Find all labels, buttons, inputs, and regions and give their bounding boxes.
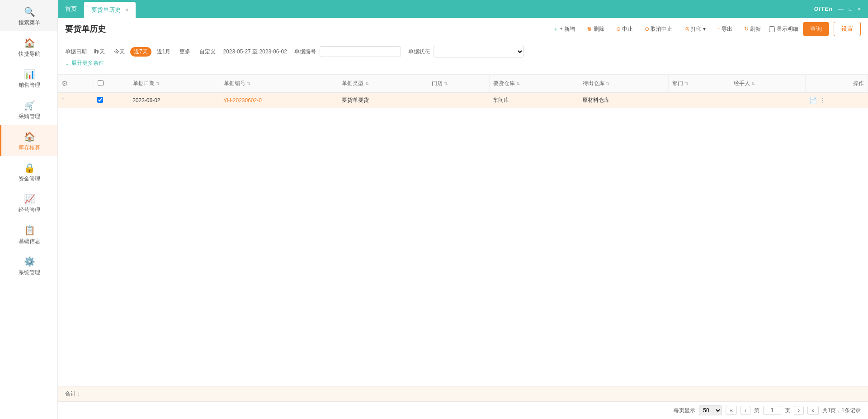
chip-today[interactable]: 今天: [110, 47, 128, 57]
page-title: 要货单历史: [65, 24, 106, 34]
sidebar-item-sales-mgmt[interactable]: 📊 销售管理: [0, 62, 57, 94]
chevron-down-icon: ⌄: [65, 60, 70, 67]
sidebar-item-purchase-mgmt[interactable]: 🛒 采购管理: [0, 94, 57, 125]
page-content: 要货单历史 ＋ + 新增 🗑 删除 ⊖ 中止 ⊙ 取消中止: [58, 18, 868, 419]
tab-home[interactable]: 首页: [58, 0, 84, 18]
last-page-button[interactable]: »: [807, 406, 819, 415]
print-button[interactable]: 🖨 打印 ▾: [680, 24, 709, 35]
display-detail-checkbox[interactable]: [769, 26, 775, 32]
col-checkbox[interactable]: [94, 75, 129, 93]
col-doc-no[interactable]: 单据编号 ⇅: [220, 75, 338, 93]
row-pending-warehouse: 原材料仓库: [579, 93, 668, 108]
select-all-checkbox[interactable]: [98, 80, 104, 86]
chip-custom[interactable]: 自定义: [196, 47, 219, 57]
docno-filter-label: 单据编号: [294, 48, 316, 56]
tab-close-icon[interactable]: ×: [125, 7, 128, 13]
table-footer: 合计：: [58, 386, 868, 401]
status-filter-label: 单据状态: [408, 48, 430, 56]
topbar-close-icon[interactable]: ×: [858, 6, 861, 12]
refresh-button[interactable]: ↻ 刷新: [741, 24, 764, 35]
col-req-warehouse[interactable]: 要货仓库 ⇅: [489, 75, 579, 93]
total-info: 共1页，1条记录: [822, 407, 861, 414]
display-detail-toggle[interactable]: 显示明细: [769, 25, 798, 33]
delete-button[interactable]: 🗑 删除: [583, 24, 608, 35]
chip-1month[interactable]: 近1月: [153, 47, 175, 57]
table-settings-icon[interactable]: ⚙: [61, 80, 68, 87]
col-store[interactable]: 门店 ⇅: [428, 75, 489, 93]
sidebar-item-finance-mgmt[interactable]: 🔒 资金管理: [0, 156, 57, 187]
sidebar-item-label: 系统管理: [19, 269, 40, 276]
delete-icon: 🗑: [587, 26, 592, 32]
expand-more-btn[interactable]: ⌄ 展开更多条件: [65, 57, 861, 69]
inventory-icon: 🏠: [24, 131, 35, 142]
more-icon[interactable]: ⋮: [820, 97, 826, 104]
sort-icon-department: ⇅: [685, 81, 689, 86]
col-store-label: 门店: [432, 80, 443, 86]
next-page-button[interactable]: ›: [794, 406, 804, 415]
topbar-right: OfTEn — □ ×: [814, 6, 868, 12]
sidebar-item-sys-mgmt[interactable]: ⚙️ 系统管理: [0, 250, 57, 281]
sort-icon-doc-date: ⇅: [156, 81, 160, 86]
row-num: 1: [58, 93, 94, 108]
sidebar-item-label: 资金管理: [19, 175, 40, 183]
docno-input[interactable]: [320, 46, 401, 57]
edit-icon[interactable]: 📄: [809, 97, 817, 104]
col-doc-no-label: 单据编号: [224, 80, 245, 86]
sidebar-item-basic-info[interactable]: 📋 基础信息: [0, 219, 57, 250]
filter-docno-item: 单据编号: [294, 46, 401, 57]
col-doc-type[interactable]: 单据类型 ⇅: [338, 75, 428, 93]
sidebar-item-inventory[interactable]: 🏠 库存核算: [0, 125, 57, 156]
export-button[interactable]: ↑ 导出: [714, 24, 736, 35]
doc-no-link[interactable]: YH-20230602-0: [223, 97, 262, 104]
print-dropdown-icon: ▾: [703, 26, 706, 32]
prev-page-button[interactable]: ‹: [741, 406, 750, 415]
sidebar-item-label: 采购管理: [19, 113, 40, 120]
chip-more[interactable]: 更多: [176, 47, 194, 57]
export-icon: ↑: [717, 26, 720, 32]
new-button[interactable]: ＋ + 新增: [549, 24, 579, 35]
topbar-maximize-icon[interactable]: □: [849, 6, 852, 12]
table-row: 1 2023-06-02 YH-20230602-0 要货单要货 车间库 原材料…: [58, 93, 868, 108]
row-doc-no[interactable]: YH-20230602-0: [220, 93, 338, 108]
cancel-stop-button[interactable]: ⊙ 取消中止: [641, 24, 676, 35]
query-button[interactable]: 查询: [803, 22, 829, 36]
chip-yesterday[interactable]: 昨天: [90, 47, 108, 57]
row-checkbox[interactable]: [97, 97, 103, 103]
row-doc-date: 2023-06-02: [129, 93, 220, 108]
page-input[interactable]: [763, 406, 781, 415]
basic-info-icon: 📋: [24, 225, 35, 236]
sidebar-item-label: 库存核算: [19, 144, 40, 152]
row-checkbox-cell[interactable]: [94, 93, 129, 108]
finance-icon: 🔒: [24, 162, 35, 173]
page-label: 第: [754, 407, 760, 414]
quick-nav-icon: 🏠: [24, 38, 35, 48]
col-handler[interactable]: 经手人 ⇅: [730, 75, 806, 93]
sidebar-item-label: 基础信息: [19, 238, 40, 245]
sidebar-item-quick-nav[interactable]: 🏠 快捷导航: [0, 31, 57, 62]
per-page-select[interactable]: 50 10 20 100: [699, 405, 722, 415]
new-icon: ＋: [553, 25, 558, 33]
col-settings[interactable]: ⚙: [58, 75, 94, 93]
col-doc-date[interactable]: 单据日期 ⇅: [129, 75, 220, 93]
sidebar-item-operation-mgmt[interactable]: 📈 经营管理: [0, 187, 57, 219]
topbar: 首页 要货单历史 × OfTEn — □ ×: [58, 0, 868, 18]
col-action: 操作: [806, 75, 868, 93]
chip-7days[interactable]: 近7天: [130, 47, 151, 57]
col-doc-date-label: 单据日期: [133, 80, 155, 86]
per-page-label: 每页显示: [674, 407, 695, 414]
status-select[interactable]: [434, 46, 524, 57]
first-page-button[interactable]: «: [726, 406, 737, 415]
row-store: [428, 93, 489, 108]
col-pending-warehouse[interactable]: 待出仓库 ⇅: [579, 75, 668, 93]
sidebar-item-label: 经营管理: [19, 206, 40, 214]
filter-date-item: 单据日期 昨天 今天 近7天 近1月 更多 自定义 2023-05-27 至 2…: [65, 47, 287, 57]
tab-active[interactable]: 要货单历史 ×: [84, 2, 136, 18]
cancel-stop-icon: ⊙: [645, 26, 649, 32]
pagination-bar: 每页显示 50 10 20 100 « ‹ 第 页 › » 共1页，1条记录: [58, 401, 868, 419]
col-department[interactable]: 部门 ⇅: [669, 75, 730, 93]
topbar-minimize-icon[interactable]: —: [838, 6, 844, 12]
settings-button[interactable]: 设置: [834, 22, 861, 36]
stop-button[interactable]: ⊖ 中止: [613, 24, 637, 35]
sidebar-item-search-menu[interactable]: 🔍 搜索菜单: [0, 0, 57, 31]
operation-icon: 📈: [24, 194, 35, 205]
